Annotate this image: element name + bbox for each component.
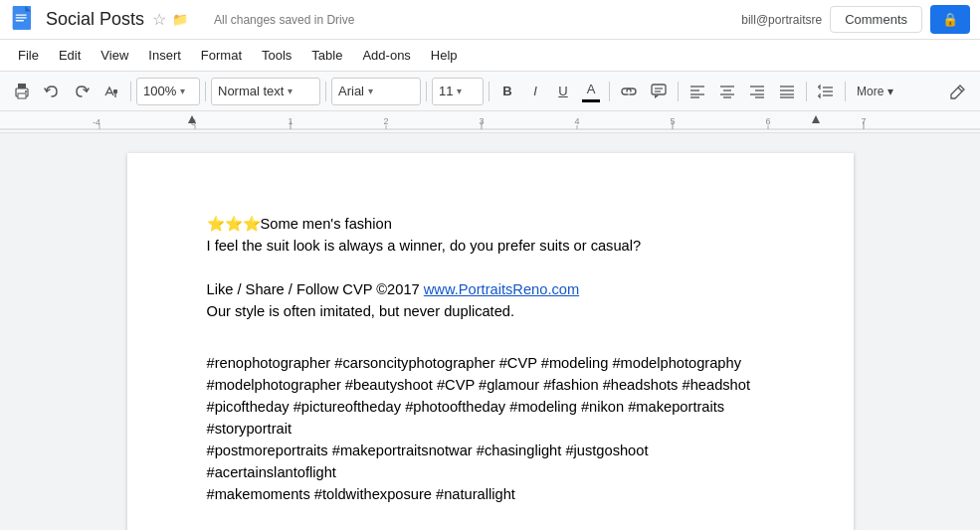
divider-8 [806, 82, 807, 101]
line-spacing-button[interactable] [812, 78, 840, 105]
link-button[interactable] [615, 78, 643, 105]
hashtag-1: #renophotographer #carsoncityphotographe… [207, 355, 742, 371]
menu-help[interactable]: Help [421, 44, 468, 67]
svg-rect-7 [18, 93, 26, 98]
divider-1 [130, 82, 131, 101]
pen-button[interactable] [944, 78, 972, 105]
svg-rect-4 [16, 20, 24, 21]
svg-rect-11 [652, 85, 666, 94]
page[interactable]: ⭐⭐⭐Some men's fashion I feel the suit lo… [127, 153, 854, 530]
style-arrow: ▾ [288, 86, 293, 96]
save-status: All changes saved in Drive [214, 13, 354, 27]
doc-title: Social Posts [46, 9, 144, 30]
style-value: Normal text [218, 84, 284, 98]
more-label: More ▾ [857, 85, 893, 98]
hashtag-2: #modelphotographer #beautyshoot #CVP #gl… [207, 377, 750, 393]
font-value: Arial [338, 84, 364, 98]
menu-view[interactable]: View [91, 44, 138, 67]
hashtag-4: #postmoreportraits #makeportraitsnotwar … [207, 442, 649, 480]
doc-line-4: Like / Share / Follow CVP ©2017 www.Port… [207, 278, 774, 300]
link-icon [621, 85, 637, 98]
align-left-button[interactable] [684, 78, 711, 105]
undo-icon [44, 84, 60, 99]
font-dropdown[interactable]: Arial ▾ [331, 78, 421, 105]
more-button[interactable]: More ▾ [851, 78, 899, 105]
ruler-inner: -4 -3 1 2 3 4 5 6 7 [0, 111, 980, 133]
hashtag-line-3: #picoftheday #pictureoftheday #photoofth… [207, 396, 774, 440]
app-icon [10, 6, 38, 34]
svg-rect-6 [18, 84, 26, 88]
comment-button[interactable] [645, 78, 673, 105]
doc-line-4-text: Like / Share / Follow CVP ©2017 [207, 281, 424, 297]
bold-button[interactable]: B [494, 78, 520, 105]
font-arrow: ▾ [368, 86, 373, 96]
title-bar-right: bill@portraitsre Comments 🔒 [741, 5, 970, 34]
zoom-dropdown[interactable]: 100% ▾ [136, 78, 200, 105]
svg-marker-38 [812, 115, 820, 123]
redo-button[interactable] [68, 78, 96, 105]
print-button[interactable] [8, 78, 36, 105]
size-arrow: ▾ [457, 86, 462, 96]
ruler: -4 -3 1 2 3 4 5 6 7 [0, 111, 980, 133]
svg-text:1: 1 [288, 116, 293, 126]
align-justify-icon [779, 85, 795, 98]
redo-icon [74, 84, 90, 99]
title-bar: Social Posts ☆ 📁 All changes saved in Dr… [0, 0, 980, 40]
share-button[interactable]: 🔒 [930, 5, 970, 34]
divider-7 [678, 82, 679, 101]
align-right-icon [749, 85, 765, 98]
comments-button[interactable]: Comments [830, 6, 922, 33]
toolbar: 100% ▾ Normal text ▾ Arial ▾ 11 ▾ B I U … [0, 72, 980, 111]
paint-format-button[interactable] [98, 78, 125, 105]
align-center-icon [719, 85, 735, 98]
ruler-svg: -4 -3 1 2 3 4 5 6 7 [0, 111, 980, 133]
color-label: A [587, 82, 596, 96]
pen-icon [950, 84, 966, 99]
doc-line-2: I feel the suit look is always a winner,… [207, 235, 774, 257]
print-icon [14, 84, 30, 99]
svg-text:5: 5 [670, 116, 675, 126]
lock-icon: 🔒 [942, 12, 958, 27]
svg-point-8 [25, 90, 27, 92]
menu-insert[interactable]: Insert [138, 44, 191, 67]
divider-4 [426, 82, 427, 101]
menu-file[interactable]: File [8, 44, 49, 67]
hashtag-line-2: #modelphotographer #beautyshoot #CVP #gl… [207, 374, 774, 396]
doc-link[interactable]: www.PortraitsReno.com [424, 281, 579, 297]
svg-rect-2 [16, 14, 27, 15]
doc-line-empty [207, 257, 774, 278]
menu-addons[interactable]: Add-ons [352, 44, 420, 67]
divider-9 [845, 82, 846, 101]
hashtag-3: #picoftheday #pictureoftheday #photoofth… [207, 399, 725, 437]
hashtag-line-4: #postmoreportraits #makeportraitsnotwar … [207, 440, 774, 483]
doc-line-1: ⭐⭐⭐Some men's fashion [207, 213, 774, 235]
menu-edit[interactable]: Edit [49, 44, 91, 67]
user-email: bill@portraitsre [741, 13, 822, 27]
hashtag-5: #makemoments #toldwithexposure #naturall… [207, 486, 515, 502]
menu-table[interactable]: Table [301, 44, 352, 67]
underline-button[interactable]: U [550, 78, 576, 105]
style-dropdown[interactable]: Normal text ▾ [211, 78, 320, 105]
undo-button[interactable] [38, 78, 66, 105]
star-icon[interactable]: ☆ [152, 10, 166, 29]
italic-button[interactable]: I [522, 78, 548, 105]
align-center-button[interactable] [713, 78, 741, 105]
doc-line-5: Our style is often imitated, but never d… [207, 300, 774, 322]
menu-bar: File Edit View Insert Format Tools Table… [0, 40, 980, 72]
text-color-button[interactable]: A [578, 78, 604, 105]
svg-text:3: 3 [479, 116, 484, 126]
size-dropdown[interactable]: 11 ▾ [432, 78, 484, 105]
hashtag-block: #renophotographer #carsoncityphotographe… [207, 352, 774, 505]
menu-format[interactable]: Format [191, 44, 252, 67]
align-justify-button[interactable] [773, 78, 801, 105]
divider-3 [325, 82, 326, 101]
comment-icon [651, 84, 667, 99]
svg-rect-3 [16, 17, 27, 18]
align-right-button[interactable] [743, 78, 771, 105]
folder-icon[interactable]: 📁 [172, 12, 188, 27]
menu-tools[interactable]: Tools [252, 44, 301, 67]
color-bar [583, 99, 599, 102]
zoom-arrow: ▾ [180, 86, 185, 96]
svg-text:6: 6 [765, 116, 770, 126]
svg-rect-9 [113, 89, 117, 93]
